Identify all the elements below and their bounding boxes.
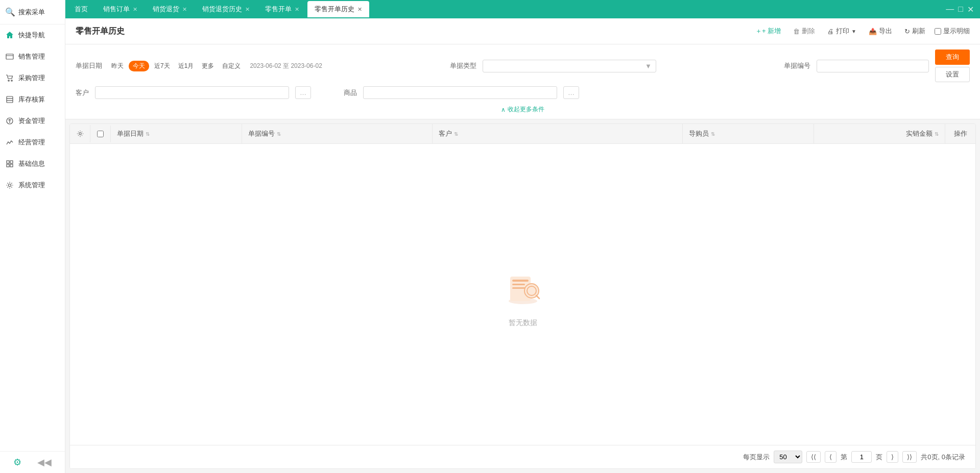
next-page-button[interactable]: ⟩ (887, 451, 898, 463)
window-minimize-icon[interactable]: — (946, 5, 954, 14)
svg-point-2 (8, 80, 9, 81)
sidebar-item-label: 采购管理 (18, 73, 45, 83)
add-icon: ＋ (755, 27, 762, 36)
tab-sales-order[interactable]: 销售订单 ✕ (96, 1, 145, 17)
th-amount[interactable]: 实销金额 ⇅ (814, 124, 945, 143)
product-ellipsis-btn[interactable]: … (563, 86, 579, 99)
th-salesman[interactable]: 导购员 ⇅ (683, 124, 814, 143)
tab-sales-return-close[interactable]: ✕ (182, 6, 187, 13)
sidebar-item-inventory[interactable]: 库存核算 (0, 89, 65, 110)
select-all-checkbox[interactable] (97, 131, 104, 137)
sidebar-item-system[interactable]: 系统管理 (0, 175, 65, 196)
sidebar-item-base-info[interactable]: 基础信息 (0, 153, 65, 175)
customer-ellipsis-btn[interactable]: … (295, 86, 311, 99)
sidebar: 🔍 搜索采单 快捷导航 销售管理 采购管理 库存核算 (0, 0, 65, 473)
tab-home[interactable]: 首页 (67, 1, 95, 17)
date-shortcuts: 昨天 今天 近7天 近1月 更多 自定义 (108, 61, 244, 71)
per-page-select[interactable]: 50 10 20 100 (774, 451, 802, 463)
tab-sales-return-history-label: 销货退货历史 (202, 5, 242, 14)
th-date[interactable]: 单据日期 ⇅ (111, 124, 242, 143)
product-label: 商品 (344, 88, 357, 97)
first-page-button[interactable]: ⟨⟨ (806, 451, 821, 463)
svg-rect-18 (512, 280, 529, 282)
empty-icon (497, 261, 548, 312)
sidebar-item-finance[interactable]: 资金管理 (0, 110, 65, 132)
th-action: 操作 (945, 124, 975, 143)
window-maximize-icon[interactable]: □ (958, 5, 963, 14)
tab-retail-open-close[interactable]: ✕ (295, 6, 299, 13)
date-shortcut-7days[interactable]: 近7天 (151, 61, 173, 71)
sidebar-item-sales-mgmt[interactable]: 销售管理 (0, 46, 65, 67)
th-checkbox[interactable] (90, 126, 111, 142)
svg-point-14 (9, 184, 11, 187)
operations-icon (5, 138, 14, 147)
svg-rect-19 (512, 284, 525, 285)
svg-rect-4 (7, 96, 13, 103)
query-button[interactable]: 查询 (935, 49, 970, 65)
sno-input[interactable] (817, 60, 929, 72)
sno-label: 单据编号 (784, 61, 810, 70)
type-select[interactable]: ▼ (483, 60, 656, 72)
tab-sales-return-history-close[interactable]: ✕ (245, 6, 250, 13)
page-title: 零售开单历史 (76, 26, 125, 37)
customer-input[interactable] (95, 86, 289, 99)
tab-bar-controls: — □ ✕ (946, 5, 978, 14)
date-shortcut-more[interactable]: 更多 (199, 61, 217, 71)
th-date-label: 单据日期 (117, 129, 144, 138)
th-settings[interactable] (70, 125, 90, 142)
th-salesman-label: 导购员 (689, 129, 709, 138)
sidebar-item-operations[interactable]: 经营管理 (0, 132, 65, 153)
date-shortcut-custom[interactable]: 自定义 (219, 61, 244, 71)
delete-button[interactable]: 🗑 删除 (790, 24, 818, 38)
window-close-icon[interactable]: ✕ (967, 5, 974, 14)
purchase-icon (5, 73, 14, 83)
tab-sales-return-label: 销货退货 (153, 5, 179, 14)
last-page-button[interactable]: ⟩⟩ (902, 451, 917, 463)
date-shortcut-today[interactable]: 今天 (129, 61, 149, 71)
display-detail-toggle[interactable]: 显示明细 (935, 27, 970, 36)
tab-sales-return[interactable]: 销货退货 ✕ (146, 1, 194, 17)
display-detail-checkbox[interactable] (935, 28, 941, 35)
sidebar-item-label: 资金管理 (18, 116, 45, 126)
tab-sales-order-close[interactable]: ✕ (133, 6, 137, 13)
th-salesman-sort: ⇅ (711, 131, 715, 137)
sidebar-item-quick-nav[interactable]: 快捷导航 (0, 24, 65, 46)
date-shortcut-1month[interactable]: 近1月 (175, 61, 197, 71)
collapse-button[interactable]: ∧ 收起更多条件 (501, 105, 544, 114)
main-area: 首页 销售订单 ✕ 销货退货 ✕ 销货退货历史 ✕ 零售开单 ✕ 零售开单历史 … (65, 0, 980, 473)
th-customer[interactable]: 客户 ⇅ (433, 124, 682, 143)
collapse-sidebar-icon[interactable]: ◀◀ (37, 457, 52, 468)
tab-retail-open-history[interactable]: 零售开单历史 ✕ (307, 1, 369, 17)
product-input[interactable] (363, 86, 557, 99)
collapse-row: ∧ 收起更多条件 (76, 103, 970, 114)
tab-bar: 首页 销售订单 ✕ 销货退货 ✕ 销货退货历史 ✕ 零售开单 ✕ 零售开单历史 … (65, 0, 980, 18)
export-label: 导出 (879, 27, 892, 36)
toolbar: ＋ + 新增 🗑 删除 🖨 打印 ▼ 📤 导出 ↻ (752, 24, 970, 38)
add-button[interactable]: ＋ + 新增 (752, 24, 784, 38)
prev-page-button[interactable]: ⟨ (825, 451, 836, 463)
th-sno[interactable]: 单据编号 ⇅ (242, 124, 433, 143)
th-amount-sort: ⇅ (935, 131, 939, 137)
sidebar-item-purchase-mgmt[interactable]: 采购管理 (0, 67, 65, 89)
export-button[interactable]: 📤 导出 (866, 24, 895, 38)
tab-retail-open[interactable]: 零售开单 ✕ (258, 1, 306, 17)
date-shortcut-yesterday[interactable]: 昨天 (108, 61, 127, 71)
settings-button[interactable]: 设置 (935, 67, 970, 82)
current-page-input[interactable] (851, 451, 872, 463)
settings-footer-icon[interactable]: ⚙ (13, 457, 21, 468)
per-page-label: 每页显示 (743, 453, 770, 462)
tab-sales-return-history[interactable]: 销货退货历史 ✕ (195, 1, 257, 17)
tab-retail-open-history-close[interactable]: ✕ (357, 6, 362, 13)
refresh-button[interactable]: ↻ 刷新 (901, 24, 928, 38)
print-button[interactable]: 🖨 打印 ▼ (824, 24, 859, 38)
sidebar-search[interactable]: 🔍 搜索采单 (0, 0, 65, 24)
home-icon (5, 31, 14, 40)
th-customer-label: 客户 (439, 129, 452, 138)
sidebar-item-label: 经营管理 (18, 138, 45, 147)
finance-icon (5, 116, 14, 126)
inventory-icon (5, 95, 14, 104)
page-label-post: 页 (876, 453, 882, 462)
th-amount-label: 实销金额 (906, 129, 933, 138)
sales-icon (5, 52, 14, 61)
empty-state: 暂无数据 (70, 144, 975, 445)
